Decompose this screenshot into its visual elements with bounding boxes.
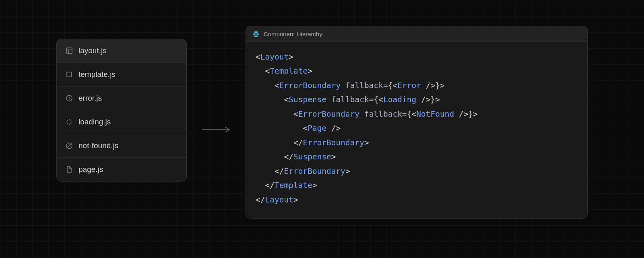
code-line: </ErrorBoundary> [256,164,578,178]
code-token: ErrorBoundary [284,167,345,176]
code-token: < [256,52,260,62]
code-token: > [293,195,298,204]
code-token: < [303,124,308,133]
code-token: = [383,81,388,90]
alert-icon [66,95,73,102]
code-line: <ErrorBoundary fallback={<Error />}> [256,78,578,93]
file-item[interactable]: not-found.js [57,134,186,158]
code-token: NotFound [416,109,454,119]
code-token: } [468,109,473,119]
file-item[interactable]: page.js [57,158,186,181]
code-line: <ErrorBoundary fallback={<NotFound />}> [256,107,578,121]
code-token: Layout [260,52,289,62]
code-token: fallback [345,81,383,90]
code-token: > [331,152,336,161]
code-line: </Suspense> [256,150,578,164]
code-token: fallback [331,95,369,104]
code-token: </ [265,181,274,190]
code-token: < [293,109,298,119]
code-token: = [369,95,374,104]
code-token: Template [275,181,312,190]
code-token: > [312,181,317,190]
code-token: > [364,138,369,147]
file-item[interactable]: error.js [57,87,186,110]
code-token: /> [426,81,435,90]
ban-icon [66,142,73,149]
code-token: /> [421,95,430,104]
code-token: /> [331,124,341,133]
code-token: Suspense [293,152,331,161]
code-token: > [289,52,293,62]
code-token: </ [293,138,303,147]
code-line: <Page /> [256,121,578,135]
code-token: < [378,95,383,104]
code-token: < [411,109,416,119]
code-token: ErrorBoundary [298,109,360,119]
code-panel-title: Component Hierarchy [264,31,322,37]
code-line: </ErrorBoundary> [256,136,578,150]
code-token: Suspense [289,95,326,104]
code-line: <Template> [256,64,578,78]
code-panel-header: Component Hierarchy [246,26,587,42]
react-icon [252,30,260,37]
code-token: < [393,81,398,90]
code-token: < [265,66,270,76]
code-token: Error [397,81,421,90]
code-panel: Component Hierarchy <Layout> <Template> … [246,26,588,219]
code-token: } [435,81,440,90]
code-token: Layout [265,195,293,204]
file-name: layout.js [78,46,107,55]
code-token: { [388,81,393,90]
file-list-panel: layout.jstemplate.jserror.jsloading.jsno… [56,39,187,182]
code-line: </Template> [256,178,578,192]
code-token: < [284,95,289,104]
file-name: page.js [78,165,103,174]
file-item[interactable]: layout.js [57,39,186,63]
file-item[interactable]: loading.js [57,110,186,134]
code-token: = [402,109,407,119]
file-name: loading.js [78,118,111,126]
code-line: <Layout> [256,50,578,64]
layout-icon [66,47,73,54]
code-token: > [440,81,445,90]
code-token: } [430,95,435,104]
code-token: { [374,95,379,104]
code-token: Loading [383,95,416,104]
square-icon [66,71,73,78]
code-token: </ [256,195,265,204]
file-name: template.js [78,70,116,79]
code-token: /> [459,109,468,119]
file-item[interactable]: template.js [57,63,186,87]
code-token: > [473,109,478,119]
code-token: > [435,95,440,104]
file-name: not-found.js [78,141,118,150]
code-token: fallback [364,109,402,119]
code-token: > [308,66,312,76]
code-token: > [345,167,350,176]
code-token: < [275,81,279,90]
code-token: </ [284,152,293,161]
code-line: <Suspense fallback={<Loading />}> [256,93,578,107]
code-token: ErrorBoundary [279,81,341,90]
spinner-icon [66,118,73,126]
code-body: <Layout> <Template> <ErrorBoundary fallb… [246,42,587,218]
file-icon [66,166,73,173]
code-token: </ [275,167,284,176]
arrow-right-icon [201,126,232,135]
code-token: Page [308,124,326,133]
code-line: </Layout> [256,193,578,207]
code-token: { [407,109,412,119]
code-token: Template [270,66,308,76]
file-name: error.js [78,94,102,103]
code-token: ErrorBoundary [303,138,364,147]
